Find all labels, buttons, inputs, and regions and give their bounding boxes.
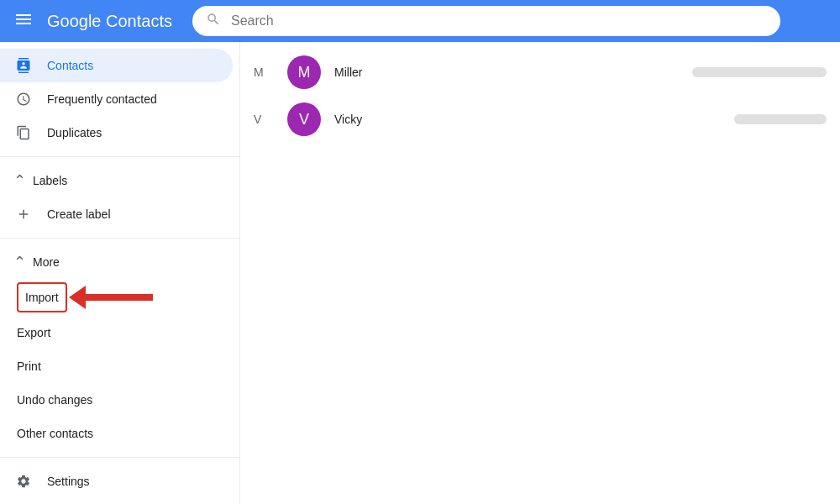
- sidebar-item-import[interactable]: Import: [17, 282, 67, 312]
- undo-changes-label: Undo changes: [17, 393, 92, 407]
- sidebar-item-create-label-label: Create label: [47, 207, 111, 221]
- contact-avatar-vicky: V: [287, 102, 321, 136]
- divider-3: [0, 457, 239, 458]
- divider-2: [0, 238, 239, 239]
- more-section-label: More: [33, 255, 60, 269]
- sidebar-item-settings[interactable]: Settings: [0, 465, 233, 498]
- contact-avatar-letter-v: V: [299, 111, 309, 129]
- contact-row-vicky[interactable]: V V Vicky: [240, 96, 840, 143]
- sidebar: Contacts Frequently contacted Duplicates…: [0, 42, 240, 504]
- sidebar-item-contacts-label: Contacts: [47, 59, 93, 72]
- print-label: Print: [17, 360, 41, 373]
- contacts-icon: [13, 55, 34, 76]
- arrow-body: [86, 294, 153, 301]
- sidebar-item-duplicates[interactable]: Duplicates: [0, 116, 233, 150]
- contact-name-vicky: Vicky: [334, 113, 734, 126]
- arrow-head-icon: [69, 286, 86, 309]
- sidebar-item-frequently-contacted-label: Frequently contacted: [47, 92, 157, 106]
- sidebar-item-undo-changes[interactable]: Undo changes: [0, 383, 239, 417]
- export-label: Export: [17, 326, 50, 339]
- sidebar-item-export[interactable]: Export: [0, 316, 239, 349]
- contact-row-miller[interactable]: M M Miller: [240, 49, 840, 96]
- sidebar-item-other-contacts[interactable]: Other contacts: [0, 417, 239, 450]
- divider-1: [0, 156, 239, 157]
- contact-avatar-miller: M: [287, 55, 321, 89]
- search-bar[interactable]: [192, 6, 780, 36]
- contact-avatar-letter-m: M: [298, 64, 311, 81]
- sidebar-item-frequently-contacted[interactable]: Frequently contacted: [0, 82, 233, 116]
- contact-letter-m: M: [254, 66, 287, 79]
- sidebar-item-print[interactable]: Print: [0, 349, 239, 383]
- contact-letter-v: V: [254, 113, 287, 126]
- import-arrow-indicator: [69, 286, 153, 309]
- sidebar-item-contacts[interactable]: Contacts: [0, 49, 233, 82]
- sidebar-item-send-feedback[interactable]: Send feedback: [0, 498, 233, 504]
- menu-icon[interactable]: [13, 9, 34, 34]
- more-chevron-icon: ⌃: [13, 253, 26, 271]
- create-label-icon: [13, 204, 34, 224]
- contact-info-blur-vicky: [734, 114, 827, 124]
- sidebar-item-duplicates-label: Duplicates: [47, 126, 102, 139]
- contact-info-blur-miller: [692, 67, 827, 77]
- labels-chevron-icon: ⌃: [13, 171, 26, 190]
- sidebar-item-settings-label: Settings: [47, 475, 90, 488]
- contact-name-miller: Miller: [334, 66, 692, 79]
- sidebar-item-create-label[interactable]: Create label: [0, 197, 233, 231]
- app-body: Contacts Frequently contacted Duplicates…: [0, 42, 840, 504]
- search-icon: [206, 12, 221, 30]
- other-contacts-label: Other contacts: [17, 427, 93, 440]
- labels-section-label: Labels: [33, 174, 67, 187]
- frequently-contacted-icon: [13, 89, 34, 109]
- duplicates-icon: [13, 123, 34, 143]
- search-input[interactable]: [231, 13, 767, 29]
- main-content: M M Miller V V Vicky: [240, 42, 840, 504]
- app-header: Google Contacts: [0, 0, 840, 42]
- import-label: Import: [25, 291, 59, 304]
- labels-section-header[interactable]: ⌃ Labels: [0, 164, 239, 197]
- app-logo: Google Contacts: [47, 12, 172, 31]
- settings-icon: [13, 471, 34, 491]
- more-section-header[interactable]: ⌃ More: [0, 245, 239, 279]
